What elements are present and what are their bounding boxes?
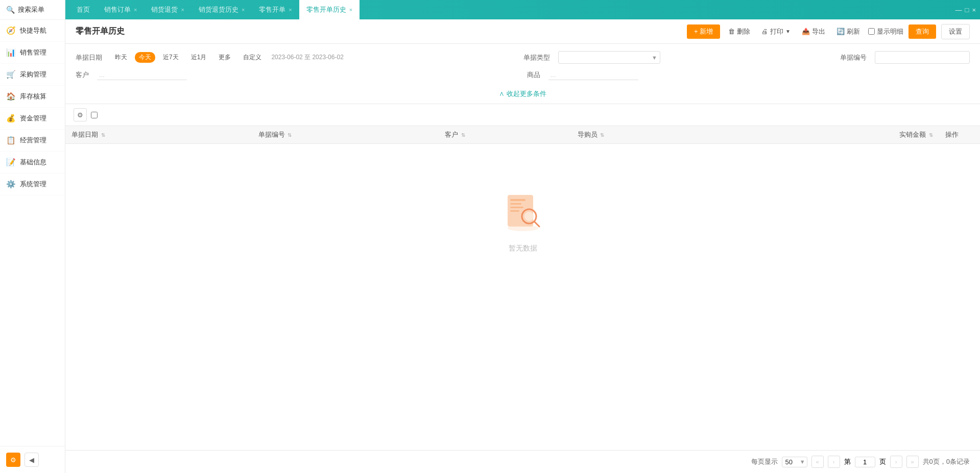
delete-button[interactable]: 🗑 删除 [725, 25, 753, 38]
page-suffix: 页 [879, 457, 886, 466]
page-total: 共0页，0条记录 [923, 457, 970, 466]
show-detail-checkbox[interactable] [868, 28, 875, 35]
prev-page-btn[interactable]: ‹ [828, 456, 840, 468]
collapse-more-btn[interactable]: ∧ 收起更多条件 [76, 86, 970, 102]
customer-input[interactable] [97, 70, 187, 80]
sidebar-search-label: 搜索采单 [18, 5, 44, 14]
data-table: 单据日期 ⇅ 单据编号 ⇅ 客户 ⇅ 导购员 ⇅ [65, 126, 980, 294]
tab-sales-return-history-close[interactable]: × [242, 7, 245, 13]
base-info-icon: 📝 [6, 158, 16, 167]
window-controls: — □ × [955, 6, 976, 14]
tab-sales-order-close[interactable]: × [134, 7, 137, 13]
goods-input[interactable] [548, 70, 638, 80]
sidebar-item-finance[interactable]: 💰 资金管理 [0, 108, 65, 130]
tab-sales-return-close[interactable]: × [181, 7, 184, 13]
date-more-btn[interactable]: 更多 [214, 52, 235, 63]
table-area: ⚙ 单据日期 ⇅ 单据编号 ⇅ [65, 104, 980, 450]
th-date-sort-icon: ⇅ [101, 132, 105, 138]
type-select[interactable] [558, 51, 660, 64]
export-icon: 📤 [802, 28, 810, 35]
setting-button[interactable]: 设置 [941, 24, 970, 39]
refresh-button[interactable]: 🔄 刷新 [833, 25, 863, 38]
query-button[interactable]: 查询 [909, 24, 936, 39]
export-label: 导出 [812, 27, 825, 36]
th-date[interactable]: 单据日期 ⇅ [65, 126, 252, 144]
sidebar-item-label: 快捷导航 [20, 26, 46, 35]
sidebar-item-label: 经营管理 [20, 136, 46, 145]
table-body: 暂无数据 [65, 144, 980, 294]
sidebar-item-label: 基础信息 [20, 158, 46, 167]
sidebar-item-label: 资金管理 [20, 114, 46, 123]
show-detail-label-text: 显示明细 [877, 27, 903, 36]
sidebar-item-base-info[interactable]: 📝 基础信息 [0, 152, 65, 173]
svg-rect-3 [510, 203, 521, 205]
tab-retail-history-label: 零售开单历史 [306, 5, 346, 14]
collapse-more-label: ∧ 收起更多条件 [499, 89, 546, 98]
tab-sales-return-label: 销货退货 [151, 5, 178, 14]
first-page-btn[interactable]: « [811, 456, 824, 468]
collapse-sidebar-button[interactable]: ◀ [25, 453, 39, 467]
num-input[interactable] [875, 51, 970, 64]
th-action-label: 操作 [945, 131, 959, 138]
th-num-sort-icon: ⇅ [288, 132, 292, 138]
th-amount[interactable]: 实销金额 ⇅ [731, 126, 939, 144]
tab-home-label: 首页 [77, 5, 90, 14]
empty-illustration [497, 185, 548, 236]
date-yesterday-btn[interactable]: 昨天 [110, 52, 132, 63]
minimize-button[interactable]: — [955, 6, 962, 14]
th-customer[interactable]: 客户 ⇅ [439, 126, 571, 144]
collapse-icon: ◀ [29, 456, 34, 464]
sidebar-item-sys-mgmt[interactable]: ⚙️ 系统管理 [0, 173, 65, 195]
sidebar-bottom: ⚙ ◀ [0, 446, 65, 473]
sidebar-item-sales-mgmt[interactable]: 📊 销售管理 [0, 42, 65, 64]
tab-retail-open-close[interactable]: × [289, 7, 292, 13]
svg-rect-5 [510, 210, 519, 212]
empty-text: 暂无数据 [509, 244, 537, 253]
sidebar-item-operations[interactable]: 📋 经营管理 [0, 130, 65, 152]
export-button[interactable]: 📤 导出 [799, 25, 828, 38]
svg-rect-4 [510, 207, 523, 208]
next-page-btn[interactable]: › [890, 456, 902, 468]
table-settings-btn[interactable]: ⚙ [74, 108, 87, 121]
tab-sales-order-label: 销售订单 [104, 5, 131, 14]
close-window-button[interactable]: × [972, 6, 976, 14]
maximize-button[interactable]: □ [965, 6, 969, 14]
sidebar-item-purchase-mgmt[interactable]: 🛒 采购管理 [0, 64, 65, 86]
th-guide[interactable]: 导购员 ⇅ [571, 126, 731, 144]
new-button[interactable]: + 新增 [687, 24, 720, 39]
print-button[interactable]: 🖨 打印 ▼ [758, 25, 794, 38]
table-gear-icon: ⚙ [77, 111, 83, 119]
date-today-btn[interactable]: 今天 [135, 52, 155, 63]
tab-sales-return[interactable]: 销货退货 × [144, 0, 191, 19]
tab-home[interactable]: 首页 [69, 0, 97, 19]
last-page-btn[interactable]: » [906, 456, 919, 468]
date-range-display: 2023-06-02 至 2023-06-02 [271, 53, 343, 62]
per-page-label: 每页显示 [751, 457, 778, 466]
th-num[interactable]: 单据编号 ⇅ [252, 126, 439, 144]
date-1month-btn[interactable]: 近1月 [186, 52, 211, 63]
page-num-input[interactable] [855, 457, 875, 467]
content-area: 零售开单历史 + 新增 🗑 删除 🖨 打印 ▼ 📤 导出 🔄 [65, 19, 980, 473]
tab-retail-history[interactable]: 零售开单历史 × [299, 0, 360, 19]
settings-button[interactable]: ⚙ [6, 453, 20, 467]
sidebar-search[interactable]: 🔍 搜索采单 [0, 0, 65, 20]
show-detail-toggle[interactable]: 显示明细 [868, 27, 903, 36]
tab-retail-history-close[interactable]: × [349, 7, 352, 13]
select-all-checkbox[interactable] [91, 112, 98, 118]
th-customer-label: 客户 [445, 131, 458, 138]
delete-icon: 🗑 [728, 28, 735, 35]
tab-retail-open[interactable]: 零售开单 × [252, 0, 299, 19]
tab-sales-order[interactable]: 销售订单 × [97, 0, 144, 19]
date-7days-btn[interactable]: 近7天 [158, 52, 183, 63]
sidebar: 🔍 搜索采单 🧭 快捷导航 📊 销售管理 🛒 采购管理 🏠 库存核算 💰 资金管… [0, 0, 65, 473]
sidebar-item-inventory[interactable]: 🏠 库存核算 [0, 86, 65, 108]
date-custom-btn[interactable]: 自定义 [238, 52, 266, 63]
th-num-label: 单据编号 [258, 131, 285, 138]
per-page-select[interactable]: 50 10 20 100 [782, 457, 807, 467]
sidebar-item-quick-nav[interactable]: 🧭 快捷导航 [0, 20, 65, 42]
th-amount-label: 实销金额 [899, 131, 926, 138]
main-area: 首页 销售订单 × 销货退货 × 销货退货历史 × 零售开单 × 零售开单历史 … [65, 0, 980, 473]
tab-sales-return-history[interactable]: 销货退货历史 × [192, 0, 252, 19]
num-label: 单据编号 [840, 53, 867, 62]
inventory-icon: 🏠 [6, 92, 16, 101]
